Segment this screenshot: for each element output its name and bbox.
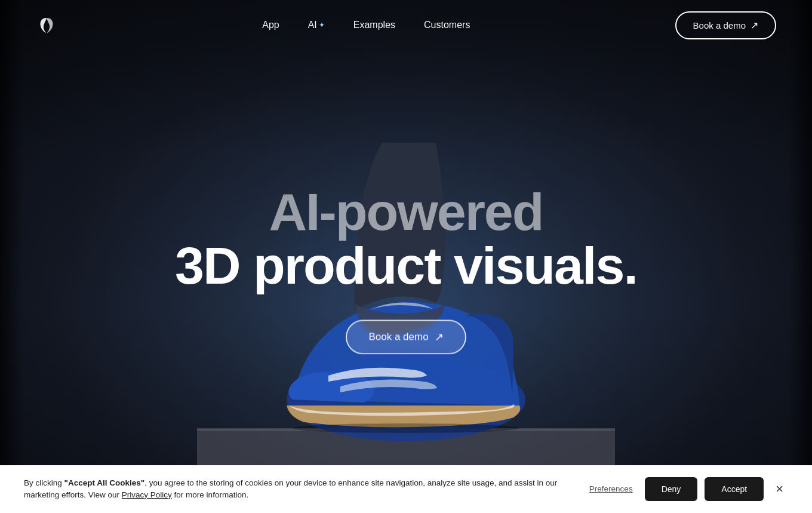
edge-overlay-right (788, 0, 812, 465)
navbar-cta-label: Book a demo (693, 20, 746, 30)
hero-line1: AI-powered (137, 186, 675, 238)
edge-overlay-left (0, 0, 24, 465)
hero-cta-arrow-icon: ↗ (435, 330, 444, 343)
logo-icon (36, 14, 57, 36)
cookie-text: By clicking "Accept All Cookies", you ag… (24, 477, 573, 502)
hero-cta-button[interactable]: Book a demo ↗ (346, 320, 466, 354)
ai-sparkle-icon: ✦ (319, 21, 325, 29)
nav-label-ai: AI (308, 20, 317, 30)
cookie-actions: Preferences Deny Accept × (585, 477, 788, 501)
nav-label-customers: Customers (424, 20, 470, 30)
hero-cta-label: Book a demo (368, 331, 428, 343)
navbar-nav: App AI✦ Examples Customers (262, 20, 470, 30)
hero-line2: 3D product visuals. (137, 238, 675, 293)
navbar: App AI✦ Examples Customers Book a demo ↗ (0, 0, 812, 50)
cookie-accept-button[interactable]: Accept (705, 477, 764, 501)
cookie-privacy-link[interactable]: Privacy Policy (122, 490, 172, 499)
cookie-text-strong: "Accept All Cookies" (64, 478, 145, 487)
nav-label-app: App (262, 20, 279, 30)
nav-item-customers[interactable]: Customers (424, 20, 470, 30)
cookie-deny-button[interactable]: Deny (645, 477, 698, 501)
svg-point-3 (293, 423, 519, 433)
navbar-cta-arrow-icon: ↗ (751, 20, 758, 31)
logo[interactable] (36, 14, 57, 36)
cookie-preferences-button[interactable]: Preferences (585, 482, 638, 496)
cookie-text-prefix: By clicking (24, 478, 64, 487)
nav-item-examples[interactable]: Examples (353, 20, 395, 30)
cookie-banner: By clicking "Accept All Cookies", you ag… (0, 465, 812, 514)
cookie-close-button[interactable]: × (771, 480, 788, 498)
navbar-book-demo-button[interactable]: Book a demo ↗ (675, 11, 776, 39)
nav-item-ai[interactable]: AI✦ (308, 20, 325, 30)
cookie-text-end: for more information. (172, 490, 248, 499)
hero-content: AI-powered 3D product visuals. Book a de… (137, 186, 675, 354)
nav-label-examples: Examples (353, 20, 395, 30)
nav-item-app[interactable]: App (262, 20, 279, 30)
